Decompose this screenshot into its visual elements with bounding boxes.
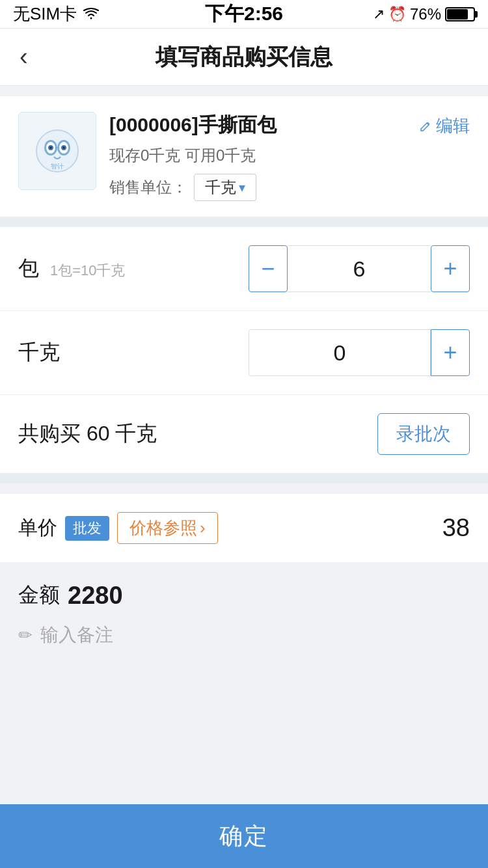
carrier-text: 无SIM卡 xyxy=(13,3,77,25)
input-section: 包 1包=10千克 − + 千克 + xyxy=(0,227,488,395)
bag-quantity-input[interactable] xyxy=(288,245,431,292)
bag-decrement-button[interactable]: − xyxy=(249,245,288,292)
back-button[interactable]: ‹ xyxy=(13,36,34,77)
status-bar: 无SIM卡 下午2:56 ↗ ⏰ 76% xyxy=(0,0,488,29)
kg-input-row: 千克 + xyxy=(0,311,488,395)
bag-sub-label: 1包=10千克 xyxy=(50,262,126,278)
pencil-icon: ✏ xyxy=(18,625,33,645)
kg-increment-button[interactable]: + xyxy=(431,329,470,376)
bag-label-text: 包 xyxy=(18,256,39,280)
bag-increment-button[interactable]: + xyxy=(431,245,470,292)
price-ref-arrow: › xyxy=(200,518,206,538)
status-carrier: 无SIM卡 xyxy=(13,3,100,25)
bag-input-row: 包 1包=10千克 − + xyxy=(0,227,488,311)
kg-stepper: + xyxy=(249,329,470,376)
product-info: [0000006]手撕面包 现存0千克 可用0千克 销售单位： 千克 ▾ xyxy=(109,112,470,201)
price-value: 38 xyxy=(442,514,470,542)
amount-section: 金额 2280 ✏ 输入备注 xyxy=(0,563,488,660)
unit-select[interactable]: 千克 ▾ xyxy=(194,174,256,201)
status-time: 下午2:56 xyxy=(205,1,283,27)
product-card: 智计 [0000006]手撕面包 现存0千克 可用0千克 销售单位： 千克 ▾ … xyxy=(0,96,488,217)
product-name: [0000006]手撕面包 xyxy=(109,112,470,139)
confirm-button[interactable]: 确定 xyxy=(0,804,488,868)
kg-label: 千克 xyxy=(18,338,249,367)
svg-text:智计: 智计 xyxy=(51,163,64,170)
section-separator-2 xyxy=(0,473,488,483)
battery-icon xyxy=(445,7,475,21)
price-reference-button[interactable]: 价格参照 › xyxy=(117,512,218,544)
amount-row: 金额 2280 xyxy=(18,581,470,610)
bag-label: 包 1包=10千克 xyxy=(18,254,249,283)
edit-label: 编辑 xyxy=(436,115,470,137)
remark-row[interactable]: ✏ 输入备注 xyxy=(18,623,470,647)
wifi-icon xyxy=(82,8,100,21)
price-badge: 批发 xyxy=(65,516,109,541)
product-logo: 智计 xyxy=(34,128,80,174)
battery-percent: 76% xyxy=(410,5,441,23)
amount-value: 2280 xyxy=(68,582,123,610)
svg-point-8 xyxy=(62,146,65,149)
price-section: 单价 批发 价格参照 › 38 xyxy=(0,494,488,563)
nav-bar: ‹ 填写商品购买信息 xyxy=(0,29,488,86)
alarm-icon: ⏰ xyxy=(388,6,406,23)
total-row: 共购买 60 千克 录批次 xyxy=(0,395,488,473)
edit-button[interactable]: 编辑 xyxy=(419,115,470,137)
unit-value: 千克 xyxy=(205,177,236,198)
bag-stepper: − + xyxy=(249,245,470,292)
price-ref-label: 价格参照 xyxy=(129,517,197,539)
svg-point-7 xyxy=(49,146,52,149)
amount-label: 金额 xyxy=(18,581,60,610)
edit-icon xyxy=(419,120,432,133)
location-icon: ↗ xyxy=(373,6,385,23)
unit-label: 销售单位： xyxy=(109,177,187,198)
product-unit-row: 销售单位： 千克 ▾ xyxy=(109,174,470,201)
page-title: 填写商品购买信息 xyxy=(156,42,332,72)
product-image: 智计 xyxy=(18,112,96,190)
product-stock: 现存0千克 可用0千克 xyxy=(109,145,470,166)
total-text: 共购买 60 千克 xyxy=(18,420,157,448)
unit-dropdown-arrow: ▾ xyxy=(239,180,245,195)
price-label: 单价 xyxy=(18,515,57,541)
kg-quantity-input[interactable] xyxy=(249,329,431,376)
price-row: 单价 批发 价格参照 › 38 xyxy=(0,494,488,563)
status-right: ↗ ⏰ 76% xyxy=(373,5,475,23)
remark-placeholder: 输入备注 xyxy=(40,623,113,647)
batch-button[interactable]: 录批次 xyxy=(377,413,470,455)
section-separator-1 xyxy=(0,217,488,227)
